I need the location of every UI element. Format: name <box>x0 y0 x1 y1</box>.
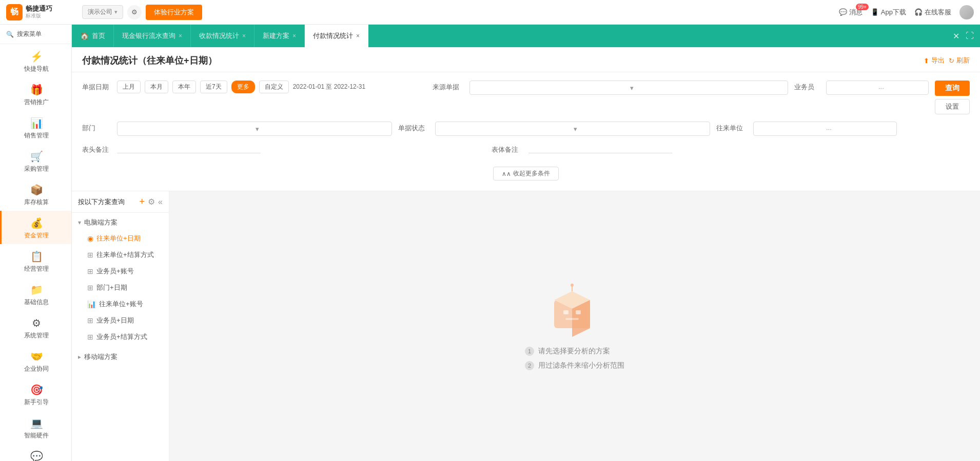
scheme-item-staff-date[interactable]: ⊞ 业务员+日期 <box>72 312 169 329</box>
sidebar-item-purchase[interactable]: 🛒 采购管理 <box>0 144 71 177</box>
try-industry-button[interactable]: 体验行业方案 <box>146 5 202 20</box>
empty-hint-1-text: 请先选择要分析的方案 <box>538 347 610 356</box>
sidebar-item-weixin[interactable]: 💬 企业微信 <box>0 444 71 461</box>
export-button[interactable]: ⬆ 导出 <box>924 56 945 65</box>
source-select[interactable]: ▾ <box>469 81 788 95</box>
tab-fullscreen-icon[interactable]: ⛶ <box>964 29 976 43</box>
tab-bar: 🏠 首页 现金银行流水查询 × 收款情况统计 × 新建方案 × 付款情况统计 ×… <box>72 25 980 47</box>
settings-small-button[interactable]: 设置 <box>935 99 970 114</box>
sidebar-item-finance[interactable]: 💰 资金管理 <box>0 211 71 244</box>
logo-subtitle: 标准版 <box>26 12 52 19</box>
cart-icon: 🛒 <box>30 150 43 163</box>
top-bar: 畅 畅捷通巧 标准版 演示公司 ▾ ⚙ 体验行业方案 💬 消息 99+ 📱 Ap… <box>0 0 980 25</box>
sidebar-label-inventory: 库存核算 <box>24 198 49 207</box>
tab-cash-flow[interactable]: 现金银行流水查询 × <box>114 25 191 47</box>
scheme-item-staff-account-label: 业务员+账号 <box>96 267 134 276</box>
scheme-panel-title: 按以下方案查询 <box>78 197 125 207</box>
scheme-panel: 按以下方案查询 + ⚙ « ▾ 电脑端方案 <box>72 191 169 461</box>
dept-select[interactable]: ▾ <box>117 122 392 136</box>
svg-rect-4 <box>576 310 581 314</box>
app-icon: 📱 <box>871 8 879 16</box>
logo-title: 畅捷通巧 <box>26 5 52 13</box>
sidebar-item-quick-nav[interactable]: ⚡ 快捷导航 <box>0 44 71 77</box>
date-7days-button[interactable]: 近7天 <box>200 81 227 93</box>
scheme-group-mobile-header[interactable]: ▸ 移动端方案 <box>72 349 169 365</box>
sidebar-label-operation: 经营管理 <box>24 265 49 273</box>
status-select[interactable]: ▾ <box>435 122 710 136</box>
counterpart-select[interactable]: ··· <box>753 122 897 136</box>
sidebar-label-marketing: 营销推广 <box>24 98 49 107</box>
top-settings-button[interactable]: ⚙ <box>127 5 142 19</box>
tab-close-all-icon[interactable]: ✕ <box>951 29 962 43</box>
date-more-button[interactable]: 更多 <box>231 81 255 93</box>
header-note-input[interactable] <box>117 143 261 153</box>
date-this-month-button[interactable]: 本月 <box>145 81 168 93</box>
search-menu-button[interactable]: 🔍 搜索菜单 <box>0 25 71 44</box>
scheme-item-staff-account[interactable]: ⊞ 业务员+账号 <box>72 263 169 279</box>
sidebar-label-basic: 基础信息 <box>24 298 49 307</box>
tab-cash-flow-close-icon[interactable]: × <box>179 32 182 39</box>
scheme-item-active-icon: ◉ <box>87 234 93 243</box>
logo-area: 畅 畅捷通巧 标准版 <box>6 4 78 21</box>
staff-select[interactable]: ··· <box>826 81 929 95</box>
scheme-add-button[interactable]: + <box>140 196 145 207</box>
scheme-item-dept-date[interactable]: ⊞ 部门+日期 <box>72 279 169 296</box>
scheme-collapse-button[interactable]: « <box>158 197 163 207</box>
tab-payment-stats[interactable]: 付款情况统计 × <box>305 25 368 47</box>
scheme-group-mobile-expand-icon: ▸ <box>78 353 81 360</box>
refresh-button[interactable]: ↻ 刷新 <box>949 56 970 65</box>
company-selector[interactable]: 演示公司 ▾ <box>82 5 123 19</box>
action-buttons: 查询 设置 <box>935 81 970 114</box>
sidebar: 🔍 搜索菜单 ⚡ 快捷导航 🎁 营销推广 📊 销售管理 🛒 采购管理 📦 库存核… <box>0 25 72 461</box>
query-button[interactable]: 查询 <box>935 81 970 96</box>
sidebar-item-guide[interactable]: 🎯 新手引导 <box>0 377 71 411</box>
tab-new-scheme[interactable]: 新建方案 × <box>254 25 305 47</box>
message-badge: 99+ <box>856 4 869 10</box>
sidebar-item-operation[interactable]: 📋 经营管理 <box>0 244 71 277</box>
source-select-arrow-icon: ▾ <box>630 84 784 92</box>
tab-receipt-stats-close-icon[interactable]: × <box>242 32 246 39</box>
date-this-year-button[interactable]: 本年 <box>172 81 196 93</box>
sidebar-item-sales[interactable]: 📊 销售管理 <box>0 111 71 144</box>
sidebar-item-inventory[interactable]: 📦 库存核算 <box>0 177 71 211</box>
tab-home[interactable]: 🏠 首页 <box>72 25 114 47</box>
user-avatar[interactable] <box>959 5 974 19</box>
system-icon: ⚙ <box>32 317 41 329</box>
online-service-button[interactable]: 🎧 在线客服 <box>914 8 951 17</box>
scheme-item-counterpart-account[interactable]: 📊 往来单位+账号 <box>72 296 169 312</box>
sidebar-item-marketing[interactable]: 🎁 营销推广 <box>0 77 71 111</box>
sidebar-label-finance: 资金管理 <box>24 231 49 240</box>
body-note-input[interactable] <box>528 143 672 153</box>
tab-new-scheme-label: 新建方案 <box>263 31 289 41</box>
tab-payment-stats-close-icon[interactable]: × <box>356 32 360 39</box>
date-last-month-button[interactable]: 上月 <box>117 81 141 93</box>
sidebar-item-basic[interactable]: 📁 基础信息 <box>0 277 71 311</box>
company-selector-chevron-icon: ▾ <box>114 9 117 15</box>
empty-hint-2-text: 用过滤条件来缩小分析范围 <box>538 361 624 370</box>
sidebar-item-hardware[interactable]: 💻 智能硬件 <box>0 411 71 444</box>
sidebar-label-system: 系统管理 <box>24 331 49 340</box>
page-title: 付款情况统计（往来单位+日期） <box>82 54 217 67</box>
sidebar-item-system[interactable]: ⚙ 系统管理 <box>0 311 71 344</box>
sidebar-item-enterprise[interactable]: 🤝 企业协同 <box>0 344 71 377</box>
counterpart-filter-label: 往来单位 <box>716 122 747 133</box>
date-custom-button[interactable]: 自定义 <box>259 81 289 93</box>
home-icon: 🏠 <box>80 32 89 40</box>
sidebar-label-enterprise: 企业协同 <box>24 365 49 373</box>
scheme-item-grid-icon-4: ⊞ <box>87 316 93 325</box>
scheme-item-counterpart-date[interactable]: ◉ 往来单位+日期 <box>72 230 169 247</box>
message-button[interactable]: 💬 消息 99+ <box>839 8 863 17</box>
scheme-group-desktop: ▾ 电脑端方案 ◉ 往来单位+日期 ⊞ 往来单位+结算方式 ⊞ <box>72 213 169 347</box>
empty-illustration <box>544 282 605 338</box>
scheme-group-desktop-header[interactable]: ▾ 电脑端方案 <box>72 215 169 230</box>
scheme-settings-button[interactable]: ⚙ <box>148 197 155 207</box>
tab-new-scheme-close-icon[interactable]: × <box>292 32 296 39</box>
page-content: 付款情况统计（往来单位+日期） ⬆ 导出 ↻ 刷新 单据日期 <box>72 47 980 461</box>
tab-receipt-stats[interactable]: 收款情况统计 × <box>191 25 254 47</box>
app-download-button[interactable]: 📱 App下载 <box>871 8 906 17</box>
scheme-item-counterpart-settlement[interactable]: ⊞ 往来单位+结算方式 <box>72 247 169 263</box>
sidebar-label-purchase: 采购管理 <box>24 165 49 173</box>
scheme-item-staff-settlement[interactable]: ⊞ 业务员+结算方式 <box>72 329 169 345</box>
collapse-button[interactable]: ∧∧ 收起更多条件 <box>493 167 559 181</box>
company-name: 演示公司 <box>88 8 112 16</box>
